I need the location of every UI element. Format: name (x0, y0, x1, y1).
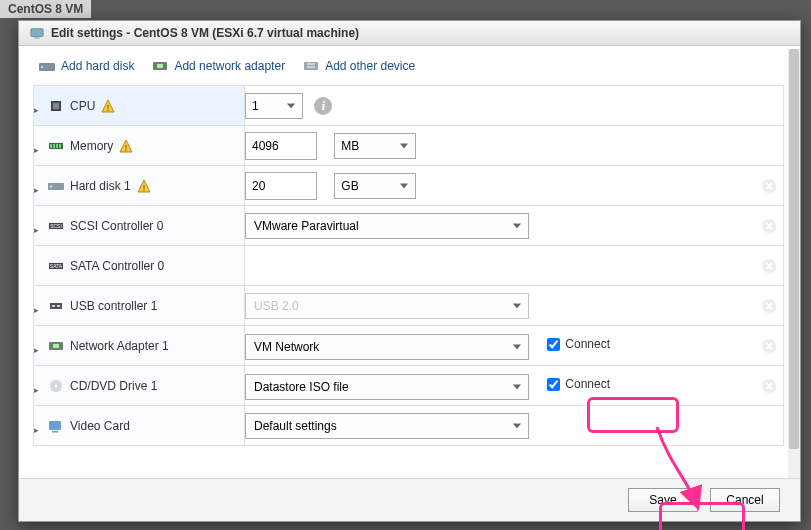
hard-disk-unit-select[interactable]: GB (334, 173, 416, 199)
background-tab: CentOS 8 VM (0, 0, 91, 18)
hard-disk-size-input[interactable] (245, 172, 317, 200)
cd-icon (48, 379, 64, 393)
svg-rect-14 (50, 144, 52, 148)
svg-text:!: ! (107, 103, 110, 113)
row-usb: USB controller 1 USB 2.0 (34, 286, 784, 326)
row-hard-disk: Hard disk 1 ! GB (34, 166, 784, 206)
svg-rect-54 (52, 431, 58, 433)
warning-icon: ! (119, 139, 133, 153)
add-network-adapter-label: Add network adapter (174, 59, 285, 73)
video-label: Video Card (70, 419, 130, 433)
row-scsi: SCSI SCSI Controller 0 VMware Paravirtua… (34, 206, 784, 246)
vm-settings-icon (29, 26, 45, 40)
svg-point-3 (41, 66, 43, 68)
expand-icon[interactable] (34, 342, 42, 350)
hard-disk-icon (48, 179, 64, 193)
memory-unit-select[interactable]: MB (334, 133, 416, 159)
usb-type-select: USB 2.0 (245, 293, 529, 319)
svg-text:!: ! (142, 183, 145, 193)
hard-disk-label: Hard disk 1 (70, 179, 131, 193)
cddvd-connect-input[interactable] (547, 378, 560, 391)
add-other-device-button[interactable]: Add other device (303, 59, 415, 73)
sata-icon: SATA (48, 259, 64, 273)
svg-point-49 (55, 384, 58, 387)
svg-rect-10 (53, 103, 59, 109)
svg-rect-0 (31, 29, 43, 37)
other-device-icon (303, 59, 319, 73)
svg-text:SATA: SATA (50, 263, 63, 269)
video-select[interactable]: Default settings (245, 413, 529, 439)
svg-rect-16 (56, 144, 58, 148)
remove-icon[interactable] (761, 218, 777, 234)
dialog-footer: Save Cancel (19, 478, 800, 521)
dialog-title: Edit settings - CentOS 8 VM (ESXi 6.7 vi… (51, 26, 359, 40)
cddvd-connect-label: Connect (565, 377, 610, 391)
network-connect-label: Connect (565, 337, 610, 351)
expand-icon[interactable] (34, 102, 42, 110)
network-connect-checkbox[interactable]: Connect (538, 332, 615, 357)
scsi-label: SCSI Controller 0 (70, 219, 163, 233)
edit-settings-dialog: Edit settings - CentOS 8 VM (ESXi 6.7 vi… (18, 20, 801, 522)
svg-rect-37 (50, 303, 62, 309)
warning-icon: ! (101, 99, 115, 113)
scsi-type-select[interactable]: VMware Paravirtual (245, 213, 529, 239)
expand-icon[interactable] (34, 142, 42, 150)
svg-rect-1 (34, 37, 39, 38)
add-other-device-label: Add other device (325, 59, 415, 73)
add-hard-disk-label: Add hard disk (61, 59, 134, 73)
hard-disk-icon (39, 59, 55, 73)
row-cpu: CPU ! 1 i (34, 86, 784, 126)
cddvd-connect-checkbox[interactable]: Connect (538, 372, 615, 397)
svg-rect-44 (53, 344, 59, 348)
dialog-title-bar: Edit settings - CentOS 8 VM (ESXi 6.7 vi… (19, 21, 800, 46)
svg-text:!: ! (125, 143, 128, 153)
svg-rect-6 (304, 62, 318, 70)
svg-text:SCSI: SCSI (50, 223, 62, 229)
network-label: Network Adapter 1 (70, 339, 169, 353)
cddvd-select[interactable]: Datastore ISO file (245, 374, 529, 400)
cpu-count-select[interactable]: 1 (245, 93, 303, 119)
row-video: Video Card Default settings (34, 406, 784, 446)
hardware-toolbar: Add hard disk Add network adapter Add ot… (33, 49, 784, 85)
remove-icon[interactable] (761, 378, 777, 394)
scrollbar[interactable] (788, 49, 800, 479)
svg-rect-17 (59, 144, 61, 148)
memory-label: Memory (70, 139, 113, 153)
hardware-table: CPU ! 1 i (33, 85, 784, 446)
expand-icon[interactable] (34, 302, 42, 310)
network-adapter-icon (152, 59, 168, 73)
remove-icon[interactable] (761, 258, 777, 274)
save-button[interactable]: Save (628, 488, 698, 512)
info-icon[interactable]: i (314, 97, 332, 115)
svg-rect-39 (57, 305, 60, 307)
scsi-icon: SCSI (48, 219, 64, 233)
remove-icon[interactable] (761, 338, 777, 354)
usb-label: USB controller 1 (70, 299, 157, 313)
cddvd-label: CD/DVD Drive 1 (70, 379, 157, 393)
network-adapter-icon (48, 339, 64, 353)
svg-rect-38 (52, 305, 55, 307)
memory-input[interactable] (245, 132, 317, 160)
sata-label: SATA Controller 0 (70, 259, 164, 273)
network-connect-input[interactable] (547, 338, 560, 351)
expand-icon[interactable] (34, 182, 42, 190)
row-sata: SATA SATA Controller 0 (34, 246, 784, 286)
row-network: Network Adapter 1 VM Network Connect (34, 326, 784, 366)
network-select[interactable]: VM Network (245, 334, 529, 360)
svg-rect-15 (53, 144, 55, 148)
add-network-adapter-button[interactable]: Add network adapter (152, 59, 285, 73)
svg-rect-5 (157, 64, 163, 68)
expand-icon[interactable] (34, 382, 42, 390)
row-cddvd: CD/DVD Drive 1 Datastore ISO file Connec… (34, 366, 784, 406)
video-card-icon (48, 419, 64, 433)
remove-icon[interactable] (761, 178, 777, 194)
scrollbar-thumb[interactable] (789, 49, 799, 449)
cpu-icon (48, 99, 64, 113)
add-hard-disk-button[interactable]: Add hard disk (39, 59, 134, 73)
cancel-button[interactable]: Cancel (710, 488, 780, 512)
remove-icon[interactable] (761, 298, 777, 314)
warning-icon: ! (137, 179, 151, 193)
expand-icon[interactable] (34, 422, 42, 430)
cpu-label: CPU (70, 99, 95, 113)
expand-icon[interactable] (34, 222, 42, 230)
